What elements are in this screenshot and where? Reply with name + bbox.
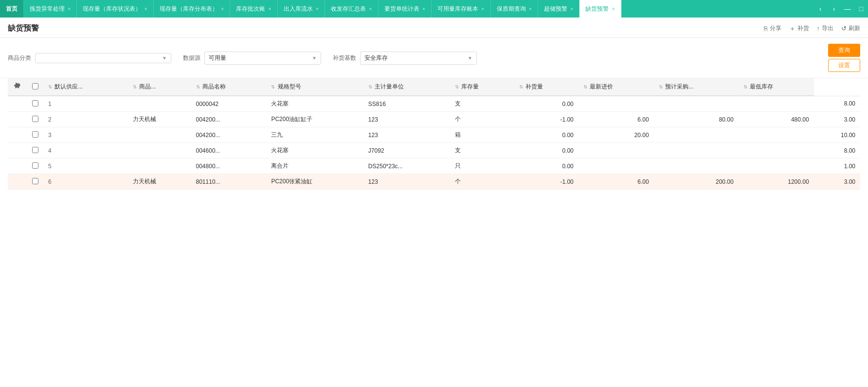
row-min-stock: 10.00 [814,127,860,143]
main-content: 缺货预警 ⎘ 分享 ＋ 补货 ↑ 导出 ↺ 刷新 商品分类 [0,18,868,387]
row-product-name: PC200张紧油缸 [266,174,363,190]
category-select[interactable]: ▼ [35,53,171,63]
replenish-label: 补货 [797,24,809,33]
tab-expiry-close[interactable]: × [529,6,532,12]
row-latest-price: 200.00 [654,174,739,190]
row-default-supplier [128,158,191,174]
tab-overstock-close[interactable]: × [570,6,573,12]
select-all-checkbox[interactable] [32,83,38,89]
row-gear-cell [8,96,27,112]
row-default-supplier: 力天机械 [128,112,191,127]
tab-maximize[interactable]: □ [854,0,868,18]
row-checkbox[interactable] [32,100,38,106]
row-min-stock: 8.00 [814,96,860,112]
row-unit: 个 [450,112,514,127]
row-unit: 个 [450,174,514,190]
row-num: 4 [43,143,128,158]
sort-stock-icon[interactable]: ⇅ [455,84,459,89]
row-product-code: 0000042 [191,96,267,112]
row-default-supplier [128,96,191,112]
row-default-supplier [128,127,191,143]
row-spec: 123 [363,112,450,127]
sort-code-icon[interactable]: ⇅ [133,84,137,89]
tab-exception[interactable]: 拣货异常处理 × [24,0,77,18]
export-button[interactable]: ↑ 导出 [817,24,834,33]
replenish-base-select[interactable]: 安全库存 ▼ [360,52,477,65]
tab-flow[interactable]: 出入库流水 × [278,0,325,18]
row-spec: 123 [363,127,450,143]
tab-collect-close[interactable]: × [369,6,372,12]
tab-collect[interactable]: 收发存汇总表 × [325,0,378,18]
tab-home[interactable]: 首页 [0,0,24,18]
sort-price-icon[interactable]: ⇅ [583,84,587,89]
sort-est-icon[interactable]: ⇅ [659,84,663,89]
sort-spec-icon[interactable]: ⇅ [271,84,275,89]
tab-usable-close[interactable]: × [481,6,484,12]
row-stock: -1.00 [514,174,579,190]
row-num: 3 [43,127,128,143]
datasource-value: 可用量 [209,54,308,62]
row-checkbox-cell [27,158,43,174]
tab-minimize[interactable]: — [841,0,854,18]
tab-batch-account-close[interactable]: × [268,6,271,12]
tab-expiry[interactable]: 保质期查询 × [491,0,538,18]
row-unit: 支 [450,96,514,112]
row-checkbox-cell [27,96,43,112]
row-checkbox[interactable] [32,178,38,184]
tab-demand-close[interactable]: × [422,6,425,12]
tab-exception-close[interactable]: × [68,6,71,12]
row-stock: 0.00 [514,158,579,174]
tab-batch-account[interactable]: 库存批次账 × [230,0,277,18]
tab-shortage[interactable]: 缺货预警 × [579,0,621,18]
settings-button[interactable]: 设置 [828,59,860,72]
sort-name-icon[interactable]: ⇅ [196,84,200,89]
tab-inventory-status[interactable]: 现存量（库存状况表） × [77,0,153,18]
row-replenish: 6.00 [579,112,654,127]
replenish-button[interactable]: ＋ 补货 [789,24,809,33]
row-checkbox[interactable] [32,116,38,122]
tab-flow-label: 出入库流水 [284,5,313,13]
tab-demand[interactable]: 要货单统计表 × [379,0,432,18]
sort-min-icon[interactable]: ⇅ [743,84,747,89]
sort-replenish-icon[interactable]: ⇅ [519,84,523,89]
tab-inventory-dist-close[interactable]: × [221,6,224,12]
table-row: 4 004600... 火花塞 J7092 支 0.00 8.00 [8,143,860,158]
row-est-purchase: 1200.00 [739,174,814,190]
filter-actions: 查询 设置 [828,44,860,72]
row-gear-cell [8,143,27,158]
row-est-purchase [739,127,814,143]
row-product-code: 801110... [191,174,267,190]
share-button[interactable]: ⎘ 分享 [764,24,781,33]
datasource-select[interactable]: 可用量 ▼ [204,52,321,65]
row-checkbox[interactable] [32,131,38,138]
tab-scroll-left[interactable]: ‹ [814,0,827,18]
tab-usable[interactable]: 可用量库存账本 × [432,0,490,18]
row-num: 1 [43,96,128,112]
row-checkbox[interactable] [32,162,38,169]
row-checkbox-cell [27,112,43,127]
row-latest-price [654,127,739,143]
col-product-name: ⇅ 商品名称 [191,78,267,96]
tab-nav-buttons: ‹ › — □ [814,0,868,18]
tab-shortage-close[interactable]: × [612,6,615,12]
tab-inventory-dist[interactable]: 现存量（库存分布表） × [154,0,230,18]
tab-inventory-status-close[interactable]: × [144,6,147,12]
replenish-base-label: 补货基数 [333,54,356,62]
row-stock: -1.00 [514,112,579,127]
query-button[interactable]: 查询 [828,44,860,57]
tab-scroll-right[interactable]: › [827,0,841,18]
sort-supplier-icon[interactable]: ⇅ [48,84,52,89]
row-stock: 0.00 [514,127,579,143]
filter-bar: 商品分类 ▼ 数据源 可用量 ▼ 补货基数 安全库存 ▼ 查询 设置 [0,38,868,78]
sort-unit-icon[interactable]: ⇅ [368,84,372,89]
tab-bar: 首页 拣货异常处理 × 现存量（库存状况表） × 现存量（库存分布表） × 库存… [0,0,868,18]
row-checkbox[interactable] [32,147,38,153]
tab-flow-close[interactable]: × [316,6,319,12]
col-stock: ⇅ 库存量 [450,78,514,96]
tab-inventory-status-label: 现存量（库存状况表） [83,5,141,13]
refresh-button[interactable]: ↺ 刷新 [841,24,860,33]
settings-gear-icon[interactable] [14,82,21,90]
replenish-base-select-arrow: ▼ [468,55,472,61]
row-replenish [579,158,654,174]
tab-overstock[interactable]: 超储预警 × [538,0,579,18]
